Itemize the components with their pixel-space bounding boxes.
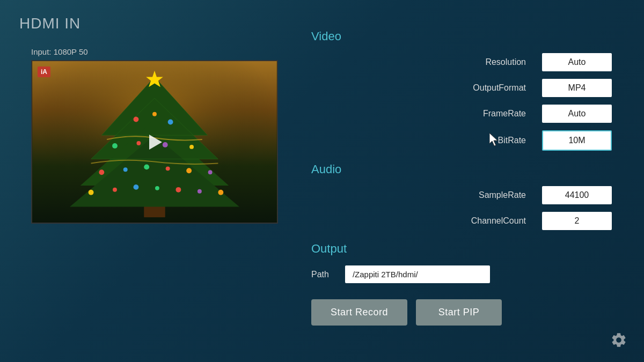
outputformat-label: OutputFormat <box>311 83 531 93</box>
path-label: Path <box>311 270 334 279</box>
channelcount-value[interactable]: 2 <box>542 212 612 230</box>
samplerate-value[interactable]: 44100 <box>542 186 612 204</box>
audio-settings-grid: SampleRate 44100 ChannelCount 2 <box>311 186 612 230</box>
video-settings-grid: Resolution Auto OutputFormat MP4 FrameRa… <box>311 53 612 151</box>
svg-point-26 <box>155 186 159 190</box>
svg-point-25 <box>134 184 139 190</box>
audio-section-title: Audio <box>311 162 612 176</box>
video-inner: iA <box>32 61 277 223</box>
svg-point-12 <box>152 112 157 116</box>
svg-point-24 <box>113 188 117 192</box>
output-section: Output Path /Zappiti 2TB/hdmi/ <box>311 242 612 283</box>
svg-point-10 <box>134 117 139 122</box>
gear-icon <box>610 331 627 349</box>
start-record-button[interactable]: Start Record <box>311 299 407 326</box>
input-label: Input: 1080P 50 <box>31 47 88 56</box>
svg-point-13 <box>112 143 118 149</box>
svg-point-21 <box>186 168 192 173</box>
video-preview: iA <box>31 60 278 224</box>
svg-point-17 <box>99 169 104 175</box>
right-panel: Video Resolution Auto OutputFormat MP4 F… <box>311 29 612 289</box>
svg-point-16 <box>189 145 194 149</box>
framerate-label: FrameRate <box>311 109 531 119</box>
output-section-title: Output <box>311 242 612 256</box>
ia-badge: iA <box>38 67 50 77</box>
action-buttons: Start Record Start PIP <box>311 299 502 326</box>
svg-point-14 <box>136 141 141 145</box>
svg-point-27 <box>175 187 181 193</box>
channelcount-label: ChannelCount <box>311 216 531 226</box>
svg-point-18 <box>123 167 128 172</box>
svg-point-23 <box>89 190 94 195</box>
video-section-title: Video <box>311 29 612 43</box>
resolution-value[interactable]: Auto <box>542 53 612 71</box>
svg-point-22 <box>208 170 213 174</box>
framerate-value[interactable]: Auto <box>542 105 612 123</box>
output-grid: Path /Zappiti 2TB/hdmi/ <box>311 265 612 283</box>
path-value[interactable]: /Zappiti 2TB/hdmi/ <box>345 265 490 283</box>
bitrate-label: BitRate <box>311 136 531 145</box>
settings-gear-button[interactable] <box>609 330 629 350</box>
audio-section: Audio SampleRate 44100 ChannelCount 2 <box>311 162 612 230</box>
play-button[interactable] <box>144 131 165 153</box>
samplerate-label: SampleRate <box>311 190 531 200</box>
svg-point-20 <box>166 166 170 171</box>
resolution-label: Resolution <box>311 57 531 67</box>
start-pip-button[interactable]: Start PIP <box>416 299 502 326</box>
page-title: HDMI IN <box>19 15 80 32</box>
svg-point-11 <box>168 120 173 125</box>
bitrate-value[interactable]: 10M <box>542 130 612 151</box>
svg-point-29 <box>218 190 223 195</box>
svg-point-19 <box>144 164 149 169</box>
play-icon <box>149 135 162 150</box>
svg-point-28 <box>197 189 202 194</box>
outputformat-value[interactable]: MP4 <box>542 79 612 97</box>
